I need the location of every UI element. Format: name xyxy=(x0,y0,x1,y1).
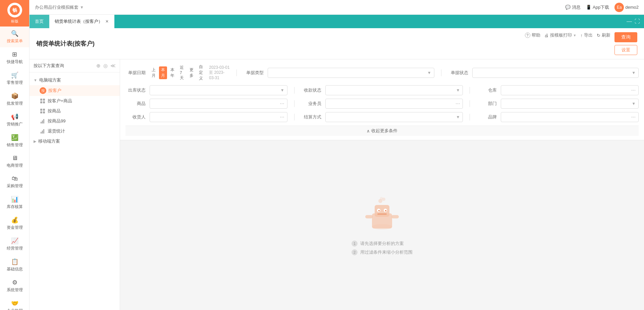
system-icon: ⚙ xyxy=(12,279,17,286)
tree-desktop-parent[interactable]: ▼ 电脑端方案 xyxy=(30,75,120,85)
left-panel: 按以下方案查询 ⊕ ◎ ≪ ▼ 电脑端方案 按 按客户 xyxy=(30,59,120,310)
operation-icon: 📈 xyxy=(11,237,18,245)
tab-maximize-icon[interactable]: ⛶ xyxy=(635,18,640,24)
svg-rect-5 xyxy=(43,101,45,103)
collect-status-select[interactable]: ▼ xyxy=(325,85,463,95)
tree-mobile-label: 移动端方案 xyxy=(38,138,60,144)
collapse-filter-button[interactable]: ∧ 收起更多条件 xyxy=(125,125,639,136)
tab-home[interactable]: 首页 xyxy=(30,15,49,28)
sidebar-item-wholesale[interactable]: 📦 批发管理 xyxy=(0,89,29,110)
product-select[interactable]: ··· xyxy=(150,99,287,109)
empty-state: 1 请先选择要分析的方案 2 用过滤条件来缩小分析范围 xyxy=(120,140,644,310)
help-button[interactable]: ? 帮助 xyxy=(525,32,540,38)
sidebar-item-quick-nav[interactable]: ⊞ 快捷导航 xyxy=(0,47,29,68)
date-btn-7days[interactable]: 近7天 xyxy=(178,64,186,82)
receiver-dots-icon: ··· xyxy=(280,114,284,120)
tree-return-stat[interactable]: 退货统计 xyxy=(30,126,120,136)
sidebar-logo[interactable]: 畅 标版 xyxy=(0,0,29,27)
tab-sales-stat[interactable]: 销货单统计表（按客户） ✕ xyxy=(49,15,114,28)
by-customer-product-icon xyxy=(40,98,46,104)
dept-arrow-icon: ▼ xyxy=(632,101,636,106)
user-profile[interactable]: Ea demo2 xyxy=(614,3,639,12)
sidebar-item-ecommerce[interactable]: 🖥 电商管理 xyxy=(0,151,29,172)
date-btn-last-month[interactable]: 上月 xyxy=(150,66,158,79)
query-button[interactable]: 查询 xyxy=(614,32,637,42)
date-btn-this-month[interactable]: 本月 xyxy=(159,66,167,79)
tree-mobile-parent[interactable]: ▶ 移动端方案 xyxy=(30,136,120,146)
tree-by-product-99[interactable]: 按商品99 xyxy=(30,116,120,126)
svg-rect-15 xyxy=(43,129,44,134)
salesperson-select[interactable]: ··· xyxy=(325,99,463,109)
warehouse-select[interactable]: ··· xyxy=(501,85,639,95)
sidebar-item-collab[interactable]: 🤝 企业协同 xyxy=(0,296,29,310)
sidebar-item-marketing[interactable]: 📢 营销推广 xyxy=(0,110,29,131)
tab-close-icon[interactable]: ✕ xyxy=(105,19,109,24)
empty-tip-2: 2 用过滤条件来缩小分析范围 xyxy=(352,249,413,255)
tree-by-product[interactable]: 按商品 xyxy=(30,106,120,116)
message-button[interactable]: 💬 消息 xyxy=(565,4,581,10)
quick-nav-icon: ⊞ xyxy=(12,51,17,58)
sidebar-item-retail[interactable]: 🛒 零售管理 xyxy=(0,68,29,89)
dropdown-chevron-icon: ▼ xyxy=(80,5,84,10)
doc-status-select[interactable]: ▼ xyxy=(472,68,639,78)
doc-status-label: 单据状态 xyxy=(448,70,468,76)
tree-by-customer-product[interactable]: 按客户+商品 xyxy=(30,96,120,106)
empty-tip-1: 1 请先选择要分析的方案 xyxy=(352,241,413,247)
svg-point-21 xyxy=(378,210,380,211)
export-button[interactable]: ↑ 导出 xyxy=(581,32,593,38)
brand-select[interactable]: ··· xyxy=(501,112,639,122)
sales-icon: 💹 xyxy=(11,134,18,141)
out-status-arrow-icon: ▼ xyxy=(280,88,284,93)
sidebar-item-search[interactable]: 🔍 搜索菜单 xyxy=(0,27,29,47)
account-dropdown[interactable]: 办公用品行业模拟账套 ▼ xyxy=(35,4,84,10)
tab-minimize-icon[interactable]: — xyxy=(627,18,632,24)
settings-button[interactable]: 设置 xyxy=(614,45,637,55)
doc-status-arrow-icon: ▼ xyxy=(632,70,636,75)
date-btn-this-year[interactable]: 本年 xyxy=(168,66,176,79)
tree-by-customer-label: 按客户 xyxy=(48,88,61,94)
doc-type-select[interactable]: ▼ xyxy=(268,68,434,78)
topbar-right: 💬 消息 📱 App下载 Ea demo2 xyxy=(565,3,639,12)
sidebar-item-finance[interactable]: 💰 资金管理 xyxy=(0,213,29,234)
print-button[interactable]: 🖨 按模板打印 ▼ xyxy=(544,32,577,38)
by-customer-icon: 按 xyxy=(40,87,46,94)
payment-label: 结算方式 xyxy=(301,114,321,120)
date-btn-custom[interactable]: 自定义 xyxy=(197,63,206,82)
brand-label: 品牌 xyxy=(477,114,497,120)
date-btn-more[interactable]: 更多 xyxy=(187,66,196,79)
sidebar-item-retail-label: 零售管理 xyxy=(7,80,23,86)
refresh-button[interactable]: ↻ 刷新 xyxy=(597,32,610,38)
settings-scheme-icon[interactable]: ◎ xyxy=(103,63,108,69)
search-icon: 🔍 xyxy=(11,30,18,37)
sidebar-item-operation[interactable]: 📈 经营管理 xyxy=(0,234,29,255)
tree-section: ▼ 电脑端方案 按 按客户 按客户+商品 xyxy=(30,72,120,149)
collapse-panel-icon[interactable]: ≪ xyxy=(110,63,116,69)
out-status-select[interactable]: ▼ xyxy=(150,85,287,95)
salesperson-label: 业务员 xyxy=(301,101,321,107)
svg-rect-4 xyxy=(40,101,42,103)
sidebar-item-purchase[interactable]: 🛍 采购管理 xyxy=(0,172,29,192)
print-icon: 🖨 xyxy=(544,33,549,38)
sidebar-item-basic[interactable]: 📋 基础信息 xyxy=(0,255,29,275)
payment-select[interactable]: ▼ xyxy=(325,112,463,122)
filter-row-4: 收货人 ··· 结算方式 ▼ 品牌 xyxy=(125,112,639,122)
svg-rect-12 xyxy=(43,119,44,123)
tree-by-customer[interactable]: 按 按客户 xyxy=(30,85,120,96)
filter-row-3: 商品 ··· 业务员 ··· 部门 xyxy=(125,99,639,109)
add-scheme-icon[interactable]: ⊕ xyxy=(96,63,101,69)
sidebar-item-marketing-label: 营销推广 xyxy=(7,121,23,127)
sidebar-item-sales[interactable]: 💹 销售管理 xyxy=(0,131,29,151)
sidebar-item-quick-nav-label: 快捷导航 xyxy=(7,59,23,65)
sidebar-item-system[interactable]: ⚙ 系统管理 xyxy=(0,275,29,296)
dept-select[interactable]: ▼ xyxy=(501,99,639,109)
svg-rect-25 xyxy=(391,215,399,218)
by-product-icon xyxy=(40,108,46,114)
product-label: 商品 xyxy=(125,101,146,107)
left-panel-header: 按以下方案查询 ⊕ ◎ ≪ xyxy=(30,59,120,72)
sidebar-item-inventory[interactable]: 📊 库存核算 xyxy=(0,192,29,213)
logo-icon: 畅 xyxy=(7,3,22,17)
tip-num-2: 2 xyxy=(352,249,358,255)
receiver-select[interactable]: ··· xyxy=(150,112,287,122)
app-download-button[interactable]: 📱 App下载 xyxy=(586,4,609,10)
empty-illustration xyxy=(362,195,402,235)
